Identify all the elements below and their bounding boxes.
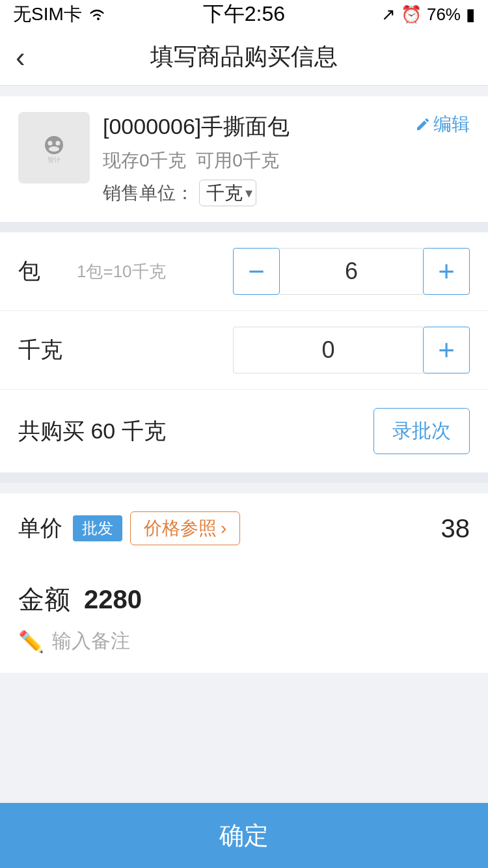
amount-section: 金额 2280 xyxy=(0,563,488,617)
product-image: 智计 xyxy=(18,112,90,183)
unit-select-wrap[interactable]: 千克 xyxy=(199,180,256,206)
amount-value: 2280 xyxy=(84,585,142,614)
kg-input-control: + xyxy=(233,327,470,373)
edit-label: 编辑 xyxy=(433,112,470,137)
product-name: [0000006]手撕面包 xyxy=(103,112,415,142)
kg-input-row: 千克 + xyxy=(0,311,488,390)
product-stock: 现存0千克 可用0千克 xyxy=(103,148,470,173)
package-hint: 1包=10千克 xyxy=(77,260,233,283)
summary-text: 共购买 60 千克 xyxy=(18,416,166,446)
svg-point-2 xyxy=(56,141,61,146)
alarm-icon: ⏰ xyxy=(401,5,422,25)
summary-amount-val: 60 xyxy=(90,418,115,443)
wifi-icon xyxy=(87,7,107,21)
product-section: 智计 [0000006]手撕面包 编辑 现存0千克 可用0千克 销售单位： 千克 xyxy=(0,96,488,222)
amount-row: 金额 2280 xyxy=(18,582,470,617)
package-minus-button[interactable]: − xyxy=(233,248,280,295)
summary-section: 共购买 60 千克 录批次 xyxy=(0,390,488,472)
product-info: [0000006]手撕面包 编辑 现存0千克 可用0千克 销售单位： 千克 xyxy=(103,112,470,206)
kg-plus-button[interactable]: + xyxy=(423,327,470,373)
price-ref-label: 价格参照 xyxy=(144,516,217,541)
summary-prefix: 共购买 xyxy=(18,418,85,443)
input-section: 包 1包=10千克 − + 千克 + xyxy=(0,232,488,390)
battery-text: 76% xyxy=(427,5,461,25)
divider-2 xyxy=(0,472,488,483)
price-label: 单价 xyxy=(18,513,62,543)
unit-select[interactable]: 千克 xyxy=(199,180,256,206)
time-display: 下午2:56 xyxy=(203,0,285,29)
price-value: 38 xyxy=(441,514,470,543)
unit-label: 销售单位： xyxy=(103,181,194,206)
package-qty-input[interactable] xyxy=(280,248,423,295)
package-input-control: − + xyxy=(233,248,470,295)
price-ref-button[interactable]: 价格参照 › xyxy=(130,511,240,545)
price-ref-arrow: › xyxy=(221,518,226,539)
svg-text:智计: 智计 xyxy=(47,156,61,163)
edit-button[interactable]: 编辑 xyxy=(415,112,470,137)
nav-bar: ‹ 填写商品购买信息 xyxy=(0,29,488,86)
price-tag: 批发 xyxy=(73,515,122,541)
location-icon: ↗ xyxy=(381,5,396,25)
amount-label: 金额 xyxy=(18,585,70,614)
product-logo-icon: 智计 xyxy=(34,128,74,167)
status-left: 无SIM卡 xyxy=(13,2,107,27)
back-button[interactable]: ‹ xyxy=(16,43,25,72)
bottom-bar[interactable]: 确定 xyxy=(0,803,488,868)
svg-point-3 xyxy=(49,146,59,152)
note-row[interactable]: ✏️ 输入备注 xyxy=(0,617,488,673)
edit-icon xyxy=(415,116,431,132)
package-input-row: 包 1包=10千克 − + xyxy=(0,232,488,311)
page-title: 填写商品购买信息 xyxy=(150,41,338,73)
divider-1 xyxy=(0,222,488,232)
summary-unit: 千克 xyxy=(122,418,166,443)
package-label: 包 xyxy=(18,256,70,286)
battery-icon: ▮ xyxy=(466,5,475,25)
carrier-text: 无SIM卡 xyxy=(13,2,82,27)
product-unit-row: 销售单位： 千克 xyxy=(103,180,470,206)
confirm-button[interactable]: 确定 xyxy=(219,819,269,852)
pencil-icon: ✏️ xyxy=(18,629,44,654)
kg-qty-input[interactable] xyxy=(233,327,423,373)
package-plus-button[interactable]: + xyxy=(423,248,470,295)
note-placeholder: 输入备注 xyxy=(52,628,130,655)
batch-button[interactable]: 录批次 xyxy=(373,408,470,454)
price-section: 单价 批发 价格参照 › 38 xyxy=(0,493,488,563)
kg-label: 千克 xyxy=(18,335,70,365)
status-bar: 无SIM卡 下午2:56 ↗ ⏰ 76% ▮ xyxy=(0,0,488,29)
svg-point-1 xyxy=(48,141,53,146)
status-right: ↗ ⏰ 76% ▮ xyxy=(381,5,475,25)
